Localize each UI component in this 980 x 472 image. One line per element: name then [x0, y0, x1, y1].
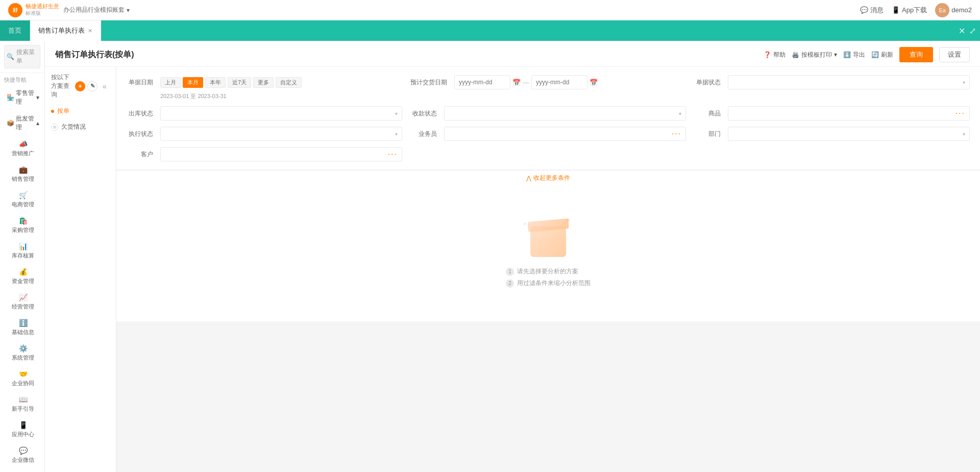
filter-cell-out-status: 出库状态 ▾ [127, 106, 402, 121]
date-tab-more[interactable]: 更多 [253, 77, 274, 88]
breadcrumb-text: 办公用品行业模拟账套 [63, 6, 125, 14]
expected-date-control: 📅 — 📅 [454, 75, 686, 89]
date-tab-current-month[interactable]: 本月 [183, 77, 203, 88]
print-label: 按模板打印 [801, 51, 832, 59]
dept-chevron-icon: ▾ [963, 131, 965, 137]
goods-picker-icon[interactable]: ··· [955, 109, 965, 118]
marketing-icon: 📣 [19, 140, 28, 148]
print-icon: 🖨️ [792, 51, 799, 58]
status-select[interactable]: ▾ [728, 75, 970, 89]
sidebar-item-appstore[interactable]: 📱 应用中心 [0, 417, 44, 442]
wechat-icon: 💬 [19, 446, 28, 455]
sidebar-item-marketing[interactable]: 📣 营销推广 [0, 136, 44, 161]
date-control: 上月 本月 本年 近7天 更多 自定义 [160, 77, 402, 88]
filter-cell-goods: 商品 ··· [694, 106, 970, 121]
sidebar-item-label-wechat: 企业微信 [12, 456, 34, 464]
setting-button[interactable]: 设置 [939, 47, 970, 62]
sidebar-item-finance[interactable]: 💰 资金管理 [0, 264, 44, 289]
export-button[interactable]: ⬇️ 导出 [843, 51, 865, 59]
filter-cell-payment: 收款状态 ▾ [410, 106, 686, 121]
tab-close-all-icon[interactable]: ✕ [959, 26, 965, 36]
filter-cell-expected-date: 预计交货日期 📅 — 📅 [410, 75, 686, 89]
scheme-collapse-button[interactable]: « [100, 81, 110, 91]
calendar-from-icon[interactable]: 📅 [512, 79, 521, 86]
dept-select[interactable]: ▾ [728, 127, 970, 141]
scheme-edit-button[interactable]: ✎ [87, 81, 97, 91]
guide-icon: 📖 [19, 395, 28, 404]
query-area: 单据日期 上月 本月 本年 近7天 更多 自定义 [116, 67, 980, 472]
user-menu[interactable]: Ea demo2 [935, 3, 972, 17]
sidebar-item-ecommerce[interactable]: 🛒 电商管理 [0, 187, 44, 213]
sidebar-item-member[interactable]: ⭐ 畅会员 [0, 468, 44, 472]
date-tab-7days[interactable]: 近7天 [228, 77, 251, 88]
tip-num-2: 2 [506, 279, 514, 288]
date-tab-last-month[interactable]: 上月 [160, 77, 181, 88]
scheme-item-by-order[interactable]: 按单 [45, 103, 116, 119]
tab-expand-icon[interactable]: ⤢ [969, 26, 976, 36]
system-icon: ⚙️ [19, 344, 28, 352]
tab-home[interactable]: 首页 [0, 20, 30, 41]
sidebar-item-inventory[interactable]: 📊 库存核算 [0, 238, 44, 264]
sidebar-item-sales[interactable]: 💼 销售管理 [0, 161, 44, 187]
sidebar-item-basic[interactable]: ℹ️ 基础信息 [0, 315, 44, 340]
payment-select[interactable]: ▾ [444, 106, 686, 121]
avatar-text: Ea [939, 7, 946, 13]
breadcrumb[interactable]: 办公用品行业模拟账套 ▾ [63, 6, 130, 14]
date-tab-custom[interactable]: 自定义 [276, 77, 302, 88]
sidebar-search-area: 🔍 搜索菜单 [0, 41, 44, 73]
date-tab-year[interactable]: 本年 [205, 77, 226, 88]
scheme-item-dot-active [51, 110, 54, 113]
sidebar-item-purchase[interactable]: 🛍️ 采购管理 [0, 213, 44, 238]
sidebar-item-wechat[interactable]: 💬 企业微信 [0, 442, 44, 468]
scheme-add-button[interactable]: + [75, 81, 85, 91]
sidebar-item-label-wholesale: 批发管理 [16, 114, 35, 132]
filter-cell-salesman: 业务员 ··· [410, 127, 686, 141]
sidebar-item-wholesale[interactable]: 📦 批发管理 ▴ [0, 110, 44, 136]
logo-text-block: 畅捷通好生意 标准版 [26, 3, 59, 17]
refresh-button[interactable]: 🔄 刷新 [871, 51, 893, 59]
date-range-text: 2023-03-01 至 2023-03-31 [160, 92, 227, 100]
salesman-picker-icon[interactable]: ··· [672, 129, 681, 138]
content-inner: 按以下方案查询 + ✎ « 按单 欠货情况 [45, 67, 980, 472]
date-label: 单据日期 [127, 78, 157, 87]
sidebar-item-collab[interactable]: 🤝 企业协同 [0, 366, 44, 391]
customer-input-area: ··· [160, 147, 402, 161]
empty-star1-icon: ✦ [565, 216, 571, 224]
tip-text-2: 用过滤条件来缩小分析范围 [517, 279, 591, 288]
calendar-to-icon[interactable]: 📅 [590, 79, 598, 86]
page-title: 销售订单执行表(按单) [55, 50, 134, 60]
print-button[interactable]: 🖨️ 按模板打印 ▾ [792, 51, 837, 59]
expected-date-from-input[interactable] [454, 75, 510, 89]
app-download-button[interactable]: 📱 App下载 [892, 6, 927, 15]
ecommerce-icon: 🛒 [19, 191, 28, 199]
basic-icon: ℹ️ [19, 319, 28, 327]
exec-select[interactable]: ▾ [160, 127, 402, 141]
scheme-panel-title: 按以下方案查询 [51, 73, 75, 99]
search-menu-button[interactable]: 🔍 搜索菜单 [4, 45, 40, 68]
status-chevron-icon: ▾ [963, 80, 965, 85]
customer-picker-icon[interactable]: ··· [388, 150, 398, 159]
top-header-right: 💬 消息 📱 App下载 Ea demo2 [860, 3, 972, 17]
empty-state: ✦ ✦ 1 请先选择要分析的方案 2 用过滤条件来缩小分析范围 [116, 185, 980, 321]
out-status-chevron-icon: ▾ [395, 111, 398, 116]
sidebar-item-system[interactable]: ⚙️ 系统管理 [0, 340, 44, 366]
query-button[interactable]: 查询 [899, 47, 933, 62]
sales-order-tab-label: 销售订单执行表 [38, 26, 85, 35]
scheme-item-debt[interactable]: 欠货情况 [45, 119, 116, 135]
sidebar-item-guide[interactable]: 📖 新手引导 [0, 391, 44, 417]
message-button[interactable]: 💬 消息 [860, 6, 884, 15]
help-button[interactable]: ❓ 帮助 [764, 51, 786, 59]
collapse-button[interactable]: ⋀ 收起更多条件 [116, 170, 980, 185]
sidebar-item-operation[interactable]: 📈 经营管理 [0, 289, 44, 315]
app-download-label: App下载 [902, 6, 927, 15]
help-label: 帮助 [773, 51, 786, 59]
avatar: Ea [935, 3, 949, 17]
tab-sales-order[interactable]: 销售订单执行表 ✕ [30, 20, 101, 41]
expected-date-to-input[interactable] [531, 75, 587, 89]
empty-star2-icon: ✦ [523, 221, 527, 227]
home-tab-label: 首页 [8, 26, 21, 35]
out-status-select[interactable]: ▾ [160, 106, 402, 121]
tab-close-icon[interactable]: ✕ [88, 28, 92, 34]
sidebar-item-retail[interactable]: 🏪 零售管理 ▾ [0, 85, 44, 110]
collapse-up-icon: ⋀ [526, 175, 531, 182]
